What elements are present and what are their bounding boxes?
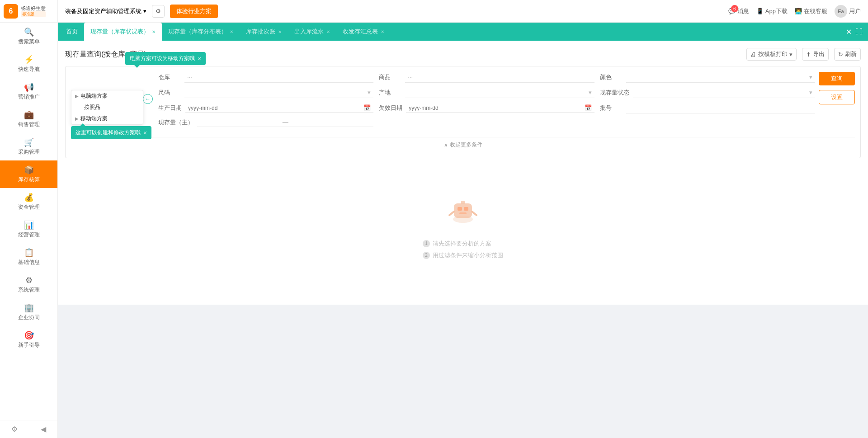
scheme-desktop-group[interactable]: ▶ 电脑端方案 (71, 90, 143, 102)
prod-date-field[interactable] (188, 105, 363, 111)
tab-close-all-icon[interactable]: ✕ (846, 28, 852, 36)
stock-main-dash: — (283, 119, 288, 126)
prod-date-input[interactable]: 📅 (185, 104, 373, 113)
refresh-button[interactable]: ↻ 刷新 (834, 48, 861, 61)
export-button[interactable]: ⬆ 导出 (802, 48, 829, 61)
user-action[interactable]: Ea 用户 (835, 5, 861, 18)
tab-batch-account-close[interactable]: ✕ (278, 29, 282, 34)
tab-inventory-dist[interactable]: 现存量（库存分布表） ✕ (162, 23, 240, 41)
color-select[interactable]: ▾ (626, 72, 815, 83)
filter-field-prod-date: 生产日期 📅 (158, 103, 373, 113)
filter-field-size: 尺码 ▾ (158, 87, 373, 98)
filter-fields-main: 仓库 ··· 商品 ··· (158, 72, 815, 132)
user-label: 用户 (849, 7, 861, 15)
filter-row-1: 仓库 ··· 商品 ··· (158, 72, 815, 83)
sidebar-collapse-icon[interactable]: ◀ (41, 425, 46, 433)
tooltip1-text: 电脑方案可设为移动方案哦 (130, 55, 195, 62)
collapse-bar[interactable]: ∧ 收起更多条件 (71, 137, 855, 152)
tooltip1-close[interactable]: × (198, 55, 201, 62)
tooltip2-close[interactable]: × (143, 129, 147, 137)
app-download-action[interactable]: 📱 App下载 (756, 7, 788, 15)
export-label: 导出 (813, 50, 825, 58)
tab-receive-summary-close[interactable]: ✕ (381, 29, 384, 34)
expire-date-input[interactable]: 📅 (406, 104, 594, 113)
stock-main-max[interactable] (290, 119, 371, 126)
tab-batch-account[interactable]: 库存批次账 ✕ (240, 23, 288, 41)
inventory-icon: 📦 (24, 165, 34, 175)
tab-fullscreen-icon[interactable]: ⛶ (855, 28, 863, 36)
sidebar-item-enterprise[interactable]: 🏢 企业协同 (0, 298, 57, 326)
tab-inventory-status[interactable]: 现存量（库存状况表） ✕ (84, 23, 162, 41)
tab-inventory-status-close[interactable]: ✕ (152, 29, 156, 34)
notification-label: 消息 (737, 7, 749, 15)
filter-field-warehouse: 仓库 ··· (158, 72, 373, 83)
base-info-icon: 📋 (24, 248, 34, 258)
system-name-dropdown[interactable]: 装备及固定资产辅助管理系统 ▾ (65, 7, 146, 15)
filter-field-origin: 产地 ▾ (379, 87, 594, 98)
scheme-mobile-group[interactable]: ▶ 移动端方案 (71, 113, 143, 124)
sidebar-item-inventory[interactable]: 📦 库存核算 (0, 160, 57, 188)
print-dropdown-icon: ▾ (789, 51, 793, 58)
product-dots: ··· (408, 74, 413, 80)
filter-field-stock-status: 现存量状态 ▾ (600, 87, 815, 98)
origin-label: 产地 (379, 89, 401, 97)
sidebar-item-search-menu[interactable]: 🔍 搜索菜单 (0, 23, 57, 50)
stock-status-select[interactable]: ▾ (633, 87, 815, 98)
filter-arrow-button[interactable]: ← (143, 94, 153, 104)
sidebar-bottom: ⚙ ◀ (0, 420, 57, 438)
empty-hint: 1 请先选择要分析的方案 2 用过滤条件来缩小分析范围 (423, 238, 503, 261)
tab-in-out-flow-label: 出入库流水 (294, 28, 324, 36)
reset-button[interactable]: 设置 (819, 90, 855, 104)
hint-text-2: 用过滤条件来缩小分析范围 (433, 250, 503, 261)
refresh-icon: ↻ (838, 51, 843, 58)
online-support-action[interactable]: 👨‍💻 在线客服 (795, 7, 827, 15)
tab-home[interactable]: 首页 (60, 23, 84, 41)
print-button[interactable]: 🖨 按模板打印 ▾ (746, 48, 797, 61)
sidebar-item-operations[interactable]: 📊 经营管理 (0, 216, 57, 243)
sidebar-item-purchase[interactable]: 🛒 采购管理 (0, 133, 57, 160)
sidebar-item-guide[interactable]: 🎯 新手引导 (0, 326, 57, 353)
sidebar-settings-icon[interactable]: ⚙ (11, 425, 18, 433)
tab-in-out-flow[interactable]: 出入库流水 ✕ (288, 23, 336, 41)
hint-text-1: 请先选择要分析的方案 (433, 238, 491, 250)
sidebar-item-quick-nav[interactable]: ⚡ 快速导航 (0, 50, 57, 78)
quick-nav-icon: ⚡ (24, 55, 34, 65)
sidebar-item-finance[interactable]: 💰 资金管理 (0, 188, 57, 216)
batch-input[interactable] (626, 103, 815, 113)
sidebar: 6 畅通好生意 标准版 🔍 搜索菜单 ⚡ 快速导航 📢 营销推广 💼 销售管理 … (0, 0, 58, 438)
tab-in-out-flow-close[interactable]: ✕ (326, 29, 330, 34)
top-header: 装备及固定资产辅助管理系统 ▾ ⚙ 体验行业方案 💬 6 消息 📱 App下载 (58, 0, 868, 23)
size-select[interactable]: ▾ (184, 87, 373, 98)
filter-field-stock-main: 现存量（主） — (158, 118, 373, 127)
sidebar-item-marketing[interactable]: 📢 营销推广 (0, 78, 57, 105)
online-support-icon: 👨‍💻 (795, 8, 802, 14)
search-button[interactable]: 查询 (819, 72, 855, 85)
filter-header: 按以下方案查询 + ✎ ← 电脑方案可设为移动方案哦 × ▶ (71, 72, 153, 126)
sidebar-item-system[interactable]: ⚙ 系统管理 (0, 271, 57, 298)
warehouse-label: 仓库 (158, 73, 181, 81)
expire-date-field[interactable] (409, 105, 584, 111)
origin-select[interactable]: ▾ (405, 87, 594, 98)
tab-receive-summary[interactable]: 收发存汇总表 ✕ (336, 23, 391, 41)
sidebar-item-base-info[interactable]: 📋 基础信息 (0, 243, 57, 271)
scheme-desktop-sub[interactable]: 按照品 (71, 102, 143, 113)
sidebar-item-sales[interactable]: 💼 销售管理 (0, 105, 57, 133)
hint-number-1: 1 (423, 240, 430, 247)
trial-button[interactable]: 体验行业方案 (170, 5, 218, 18)
svg-rect-1 (454, 203, 472, 218)
tab-inventory-dist-close[interactable]: ✕ (230, 29, 233, 34)
header-gear-button[interactable]: ⚙ (152, 5, 165, 18)
product-select[interactable]: ··· (405, 72, 594, 83)
warehouse-dots: ··· (187, 74, 192, 80)
stock-status-label: 现存量状态 (600, 89, 629, 97)
stock-main-min[interactable] (200, 119, 281, 126)
color-dropdown-icon: ▾ (809, 74, 812, 80)
tooltip-scheme-mobile: 电脑方案可设为移动方案哦 × (125, 52, 206, 65)
collapse-label: 收起更多条件 (450, 141, 482, 149)
tooltip2-text: 这里可以创建和修改方案哦 (75, 129, 141, 137)
expire-date-calendar-icon: 📅 (585, 104, 592, 111)
notification-action[interactable]: 💬 6 消息 (728, 7, 749, 15)
hint-item-1: 1 请先选择要分析的方案 (423, 238, 503, 250)
logo-text: 畅通好生意 标准版 (21, 5, 46, 18)
warehouse-select[interactable]: ··· (184, 72, 373, 83)
